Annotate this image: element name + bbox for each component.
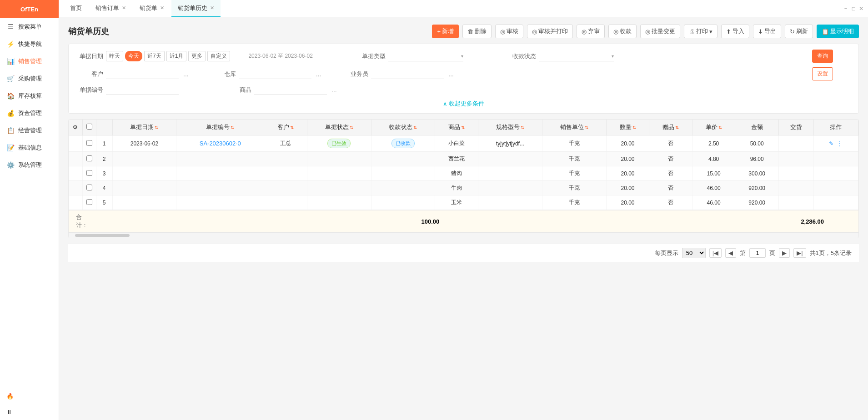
td-checkbox[interactable] xyxy=(82,152,96,166)
date-1month-btn[interactable]: 近1月 xyxy=(166,51,187,61)
th-gear[interactable]: ⚙ xyxy=(69,120,82,135)
td-transaction xyxy=(779,181,814,195)
date-7days-btn[interactable]: 近7天 xyxy=(144,51,165,61)
td-doc-no[interactable] xyxy=(176,181,264,195)
th-doc-date[interactable]: 单据日期⇅ xyxy=(112,120,176,135)
td-checkbox[interactable] xyxy=(82,166,96,181)
next-page-btn[interactable]: ▶ xyxy=(779,248,790,258)
audit-button[interactable]: ◎ 审核 xyxy=(495,25,523,38)
date-yesterday-btn[interactable]: 昨天 xyxy=(106,51,123,61)
show-detail-button[interactable]: 📋 显示明细 xyxy=(817,25,859,38)
staff-input[interactable] xyxy=(371,69,444,79)
sidebar-item-quick-nav[interactable]: ⚡ 快捷导航 xyxy=(0,35,59,53)
sidebar-bottom-pause[interactable]: ⏸ xyxy=(0,404,59,420)
th-sales-unit[interactable]: 销售单位⇅ xyxy=(542,120,606,135)
window-minimize-btn[interactable]: － xyxy=(843,5,848,12)
batch-change-button[interactable]: ◎ 批量变更 xyxy=(640,25,680,38)
more-action-btn[interactable]: ⋮ xyxy=(835,140,844,148)
th-qty[interactable]: 数量⇅ xyxy=(606,120,649,135)
sidebar-item-sys-mgmt[interactable]: ⚙️ 系统管理 xyxy=(0,156,59,174)
tab-sales-goods-close[interactable]: ✕ xyxy=(160,5,164,11)
td-doc-no[interactable] xyxy=(176,166,264,181)
th-customer[interactable]: 客户⇅ xyxy=(264,120,307,135)
doc-no-link[interactable]: SA-20230602-0 xyxy=(200,140,241,147)
sidebar-bottom-fire[interactable]: 🔥 xyxy=(0,388,59,404)
row-checkbox[interactable] xyxy=(86,155,92,161)
edit-action-btn[interactable]: ✎ xyxy=(827,140,835,148)
warehouse-input[interactable] xyxy=(239,69,311,79)
refresh-button[interactable]: ↻ 刷新 xyxy=(785,25,813,38)
per-page-select[interactable]: 50 100 200 xyxy=(682,248,706,258)
th-doc-no[interactable]: 单据编号⇅ xyxy=(176,120,264,135)
td-checkbox[interactable] xyxy=(82,195,96,210)
scrollbar-thumb[interactable] xyxy=(75,234,130,237)
window-maximize-btn[interactable]: □ xyxy=(852,5,855,12)
th-unit-price[interactable]: 单价⇅ xyxy=(692,120,735,135)
goods-more-btn[interactable]: ... xyxy=(330,86,339,94)
doc-type-dropdown-icon[interactable]: ▾ xyxy=(461,54,463,59)
th-goods[interactable]: 商品⇅ xyxy=(435,120,478,135)
row-checkbox[interactable] xyxy=(86,185,92,190)
td-doc-no[interactable]: SA-20230602-0 xyxy=(176,135,264,152)
last-page-btn[interactable]: ▶| xyxy=(793,248,806,258)
tab-home[interactable]: 首页 xyxy=(64,0,88,17)
tab-sales-goods[interactable]: 销货单 ✕ xyxy=(133,0,171,17)
query-button[interactable]: 查询 xyxy=(812,50,833,63)
tab-sales-order[interactable]: 销售订单 ✕ xyxy=(89,0,132,17)
sidebar-item-search-menu[interactable]: ☰ 搜索菜单 xyxy=(0,18,59,35)
delete-button[interactable]: 🗑 删除 xyxy=(462,25,492,38)
collect-status-dropdown-icon[interactable]: ▾ xyxy=(612,54,614,59)
th-collect-status[interactable]: 收款状态⇅ xyxy=(371,120,435,135)
td-doc-status xyxy=(307,195,371,210)
sidebar-item-operation[interactable]: 📋 经营管理 xyxy=(0,122,59,139)
date-more-btn[interactable]: 更多 xyxy=(188,51,206,61)
sidebar-item-finance[interactable]: 💰 资金管理 xyxy=(0,105,59,122)
import-button[interactable]: ⬆ 导入 xyxy=(721,25,749,38)
export-button[interactable]: ⬇ 导出 xyxy=(753,25,781,38)
collapse-button[interactable]: ∧ 收起更多条件 xyxy=(443,100,484,108)
staff-more-btn[interactable]: ... xyxy=(447,70,456,78)
window-close-btn[interactable]: ✕ xyxy=(859,5,863,12)
audit-print-button[interactable]: ◎ 审核并打印 xyxy=(527,25,573,38)
goods-input[interactable] xyxy=(254,85,327,95)
filter-staff-label: 业务员 xyxy=(341,70,368,78)
print-button[interactable]: 🖨 打印 ▾ xyxy=(684,25,717,38)
sidebar-item-inventory[interactable]: 🏠 库存核算 xyxy=(0,87,59,105)
th-gift[interactable]: 赠品⇅ xyxy=(649,120,692,135)
abandon-button[interactable]: ◎ 弃审 xyxy=(577,25,605,38)
setting-button[interactable]: 设置 xyxy=(812,67,833,80)
tab-sales-history[interactable]: 销货单历史 ✕ xyxy=(171,0,221,17)
customer-more-btn[interactable]: ... xyxy=(181,70,191,78)
row-checkbox[interactable] xyxy=(86,170,92,176)
horizontal-scrollbar[interactable] xyxy=(69,232,858,238)
docno-input[interactable] xyxy=(106,85,179,95)
sidebar-item-purchase-mgmt[interactable]: 🛒 采购管理 xyxy=(0,70,59,87)
th-doc-status[interactable]: 单据状态⇅ xyxy=(307,120,371,135)
tab-sales-order-close[interactable]: ✕ xyxy=(122,5,126,11)
th-checkbox[interactable] xyxy=(82,120,96,135)
row-checkbox[interactable] xyxy=(86,199,92,205)
th-transaction: 交货 xyxy=(779,120,814,135)
collect-button[interactable]: ◎ 收款 xyxy=(608,25,637,38)
td-checkbox[interactable] xyxy=(82,181,96,195)
page-number-input[interactable] xyxy=(749,248,766,258)
select-all-checkbox[interactable] xyxy=(86,124,92,130)
first-page-btn[interactable]: |◀ xyxy=(709,248,722,258)
td-doc-no[interactable] xyxy=(176,195,264,210)
add-button[interactable]: + 新增 xyxy=(432,25,459,38)
warehouse-more-btn[interactable]: ... xyxy=(314,70,323,78)
customer-input[interactable] xyxy=(106,69,179,79)
doc-type-input[interactable] xyxy=(388,51,461,61)
tab-sales-history-close[interactable]: ✕ xyxy=(210,5,214,11)
td-doc-no[interactable] xyxy=(176,152,264,166)
td-transaction xyxy=(779,152,814,166)
th-spec[interactable]: 规格型号⇅ xyxy=(478,120,542,135)
td-checkbox[interactable] xyxy=(82,135,96,152)
sidebar-item-basic-info[interactable]: 📝 基础信息 xyxy=(0,139,59,156)
sidebar-item-sales-mgmt[interactable]: 📊 销售管理 xyxy=(0,53,59,70)
date-custom-btn[interactable]: 自定义 xyxy=(207,51,230,61)
prev-page-btn[interactable]: ◀ xyxy=(725,248,736,258)
date-today-btn[interactable]: 今天 xyxy=(125,51,142,61)
collect-status-input[interactable] xyxy=(539,51,612,61)
row-checkbox[interactable] xyxy=(86,140,92,146)
